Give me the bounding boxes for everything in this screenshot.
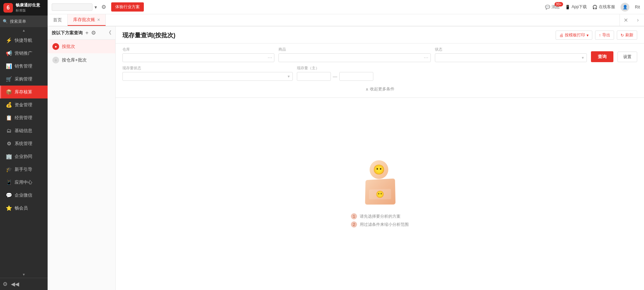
warehouse-label: 仓库 — [122, 47, 274, 52]
empty-box-face: 😶 — [369, 189, 391, 200]
print-dropdown-arrow: ▾ — [587, 33, 589, 38]
sidebar: 6 畅康通好生意 标准版 🔍 搜索菜单 ▲ ⚡ 快捷导航 📢 营销推广 📊 销售… — [0, 0, 48, 290]
refresh-button[interactable]: ↻ 刷新 — [617, 31, 637, 40]
batch-scheme-label: 按批次 — [62, 43, 75, 50]
filter-item-warehouse-batch[interactable]: ○ 按仓库+批次 — [48, 53, 115, 67]
warehouse-input-wrap: ··· — [122, 53, 274, 62]
collapse-sidebar-icon[interactable]: ◀◀ — [11, 281, 19, 287]
inventory-icon: 📦 — [6, 89, 12, 95]
sidebar-item-inventory[interactable]: 📦 库存核算 — [0, 86, 48, 98]
query-button[interactable]: 查询 — [591, 51, 613, 62]
sidebar-item-finance[interactable]: 💰 资金管理 — [0, 98, 48, 111]
tab-home[interactable]: 首页 — [48, 14, 68, 26]
export-button[interactable]: ↑ 导出 — [595, 31, 614, 40]
shortcut-icon: ⚡ — [6, 37, 12, 43]
avatar[interactable]: 👤 — [621, 3, 629, 12]
scroll-up-button[interactable]: ▲ — [0, 27, 48, 34]
finance-icon: 💰 — [6, 102, 12, 108]
sidebar-item-sales[interactable]: 📊 销售管理 — [0, 60, 48, 73]
topbar-dropdown-button[interactable]: ▾ — [95, 4, 97, 10]
apps-icon: 📱 — [6, 179, 12, 185]
warehouse-field: 仓库 ··· — [122, 47, 274, 62]
sidebar-item-guide[interactable]: 🎓 新手引导 — [0, 163, 48, 176]
sidebar-item-member[interactable]: ⭐ 畅会员 — [0, 202, 48, 215]
warehouse-dots[interactable]: ··· — [266, 55, 274, 61]
product-input[interactable] — [279, 54, 422, 62]
experience-button[interactable]: 体验行业方案 — [111, 2, 144, 12]
sidebar-item-purchase[interactable]: 🛒 采购管理 — [0, 73, 48, 86]
sidebar-item-wechat[interactable]: 💬 企业微信 — [0, 189, 48, 202]
print-button[interactable]: 🖨 按模板打印 ▾ — [556, 31, 592, 40]
close-tab-icon[interactable]: × — [97, 17, 100, 22]
collapse-more-button[interactable]: ∧ 收起更多条件 — [122, 84, 637, 94]
status-select[interactable]: ▾ — [435, 53, 587, 62]
stock-status-select[interactable]: ▾ — [122, 72, 293, 81]
batch-scheme-icon: ● — [52, 43, 59, 50]
sidebar-item-label: 新手引导 — [15, 166, 32, 173]
wechat-icon: 💬 — [6, 192, 12, 198]
sidebar-item-label: 企业微信 — [15, 192, 32, 198]
phone-icon: 📱 — [565, 5, 570, 10]
stock-status-field: 现存量状态 ▾ — [122, 66, 293, 81]
main-panel: 现存量查询(按批次) 🖨 按模板打印 ▾ ↑ 导出 ↻ 刷新 — [116, 26, 644, 290]
settings-scheme-button[interactable]: ⚙ — [91, 30, 96, 36]
tabbar: 首页 库存批次账 × ✕ › — [48, 14, 644, 26]
scroll-down-button[interactable]: ▼ — [0, 271, 48, 278]
sidebar-item-apps[interactable]: 📱 应用中心 — [0, 176, 48, 189]
status-dropdown-arrow: ▾ — [582, 55, 584, 60]
warehouse-input[interactable] — [123, 54, 266, 62]
empty-face-circle: 😶 — [370, 160, 388, 179]
filter-settings-button[interactable]: 设置 — [617, 52, 637, 62]
sidebar-search[interactable]: 🔍 搜索菜单 — [0, 16, 48, 27]
company-name: 畅康通好生意 — [16, 3, 40, 8]
stock-status-arrow: ▾ — [288, 74, 290, 79]
page-header: 现存量查询(按批次) 🖨 按模板打印 ▾ ↑ 导出 ↻ 刷新 — [116, 26, 644, 43]
edition-label: 标准版 — [16, 8, 40, 13]
sidebar-nav: ⚡ 快捷导航 📢 营销推广 📊 销售管理 🛒 采购管理 📦 库存核算 💰 资金管… — [0, 34, 48, 271]
sidebar-item-label: 企业协同 — [15, 153, 32, 160]
page-title: 现存量查询(按批次) — [122, 31, 175, 39]
sidebar-item-label: 库存核算 — [15, 89, 32, 95]
panel-close-button[interactable]: ✕ — [620, 14, 632, 26]
stock-quantity-max-input[interactable] — [339, 72, 373, 81]
basic-icon: 🗂 — [6, 128, 12, 133]
sales-icon: 📊 — [6, 63, 12, 69]
sidebar-item-label: 快捷导航 — [15, 37, 32, 43]
add-scheme-button[interactable]: + — [85, 30, 88, 36]
filter-row-1: 仓库 ··· 商品 ··· 状态 — [122, 47, 637, 62]
username-label[interactable]: Rit — [635, 5, 640, 10]
topbar-search-input[interactable] — [52, 3, 92, 11]
enterprise-icon: 🏢 — [6, 153, 12, 160]
hint-1-number: 1 — [351, 213, 357, 219]
sidebar-item-business[interactable]: 📋 经营管理 — [0, 111, 48, 124]
stock-quantity-field: 现存量（主） — — [297, 66, 637, 81]
messages-button[interactable]: 💬 消息 99+ — [545, 4, 560, 10]
app-download-button[interactable]: 📱 App下载 — [565, 4, 587, 10]
sidebar-item-system[interactable]: ⚙ 系统管理 — [0, 137, 48, 150]
system-icon: ⚙ — [6, 141, 12, 147]
sidebar-item-label: 资金管理 — [15, 102, 32, 108]
sidebar-item-enterprise[interactable]: 🏢 企业协同 — [0, 150, 48, 163]
sidebar-item-basic[interactable]: 🗂 基础信息 — [0, 124, 48, 137]
settings-icon[interactable]: ⚙ — [3, 281, 7, 287]
sidebar-item-label: 应用中心 — [15, 179, 32, 185]
product-dots[interactable]: ··· — [422, 55, 430, 61]
refresh-icon: ↻ — [621, 33, 624, 38]
stock-quantity-min-input[interactable] — [297, 72, 331, 81]
empty-illustration: 😶 😶 — [356, 160, 404, 208]
stock-quantity-label: 现存量（主） — [297, 66, 637, 71]
app-logo: 6 — [3, 3, 13, 13]
topbar-gear-button[interactable]: ⚙ — [99, 2, 108, 12]
print-icon: 🖨 — [559, 33, 563, 38]
sidebar-item-marketing[interactable]: 📢 营销推广 — [0, 47, 48, 60]
sidebar-bottom: ⚙ ◀◀ — [0, 278, 48, 290]
panel-arrow-button[interactable]: › — [632, 14, 644, 26]
sidebar-item-label: 经营管理 — [15, 115, 32, 121]
online-service-button[interactable]: 🎧 在线客服 — [592, 4, 615, 10]
tab-inventory-batch[interactable]: 库存批次账 × — [68, 14, 106, 26]
collapse-panel-button[interactable]: 《 — [106, 30, 111, 36]
sidebar-item-shortcut[interactable]: ⚡ 快捷导航 — [0, 34, 48, 47]
business-icon: 📋 — [6, 115, 12, 121]
filter-item-by-batch[interactable]: ● 按批次 — [48, 40, 115, 53]
status-field: 状态 ▾ — [435, 47, 587, 62]
